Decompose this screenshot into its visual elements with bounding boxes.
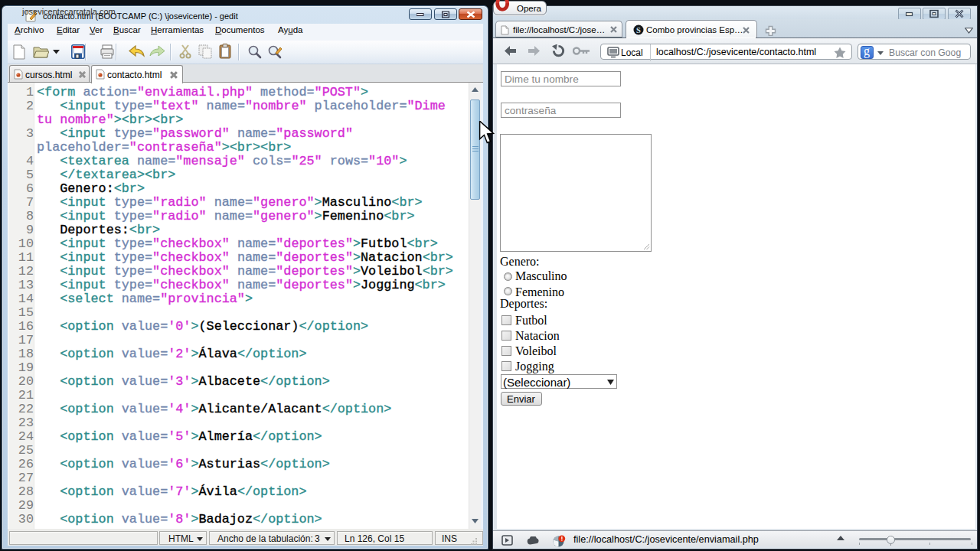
svg-text:S: S [636,26,641,34]
